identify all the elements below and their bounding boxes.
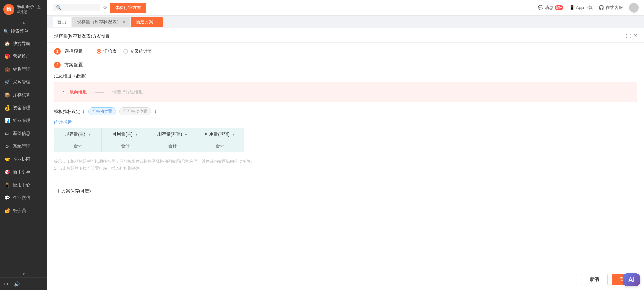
- sidebar-item-wechat[interactable]: 💬 企业微信: [0, 191, 47, 204]
- quick-nav-icon: 🏠: [4, 41, 10, 47]
- volume-icon[interactable]: 🔊: [14, 281, 20, 287]
- sidebar-search[interactable]: 🔍 搜索菜单: [0, 26, 47, 37]
- step1-section: 1 选择模板 汇总表 交叉统计表: [54, 48, 637, 55]
- stats-table-header: 现存量(主) ▼ 合计 可用量(主) ▼: [54, 128, 244, 152]
- indicator-setting-label: 模板指标设定（: [54, 108, 85, 115]
- sidebar-item-basic-info[interactable]: 🗂 基础信息: [0, 127, 47, 140]
- search-icon: 🔍: [56, 5, 61, 10]
- message-button[interactable]: 💬 消息 99+: [538, 5, 563, 11]
- sidebar-item-inventory[interactable]: 📦 库存核算: [0, 89, 47, 101]
- radio-summary[interactable]: 汇总表: [97, 48, 117, 54]
- cancel-button[interactable]: 取消: [581, 274, 608, 285]
- purchase-icon: 🛒: [4, 79, 10, 85]
- stats-col-3: 可用量(基辅) ▼ 合计: [196, 128, 244, 152]
- dimension-section-title: 汇总维度（必选）: [54, 73, 637, 79]
- sidebar-item-label: 资金管理: [13, 105, 30, 111]
- scroll-down-arrow[interactable]: ▼: [0, 271, 47, 277]
- save-checkbox[interactable]: [54, 189, 59, 193]
- stats-col-3-header[interactable]: 可用量(基辅) ▼: [196, 128, 244, 140]
- stats-col-3-label: 可用量(基辅): [205, 131, 230, 137]
- main-area: 🔍 ⚙ 体验行业方案 💬 消息 99+ 📱 App下载 🎧 在线客服: [47, 0, 644, 290]
- sidebar-item-app-center[interactable]: 📱 应用中心: [0, 178, 47, 191]
- stats-col-3-dropdown[interactable]: ▼: [232, 132, 235, 136]
- draggable-tag: 可拖动位置: [88, 107, 116, 115]
- sidebar-item-member[interactable]: 👑 畅会员: [0, 204, 47, 217]
- sidebar-item-label: 采购管理: [13, 79, 30, 85]
- sidebar-item-label: 营销推广: [13, 53, 30, 59]
- page-title: 现存量(库存状况表)方案设置: [54, 33, 110, 39]
- step1-num: 1: [54, 48, 61, 55]
- sidebar-logo: 畅 畅赢通好生意 标准版: [0, 0, 47, 19]
- radio-summary-circle: [97, 49, 101, 54]
- tab-new-scheme-label: 新建方案: [136, 19, 153, 25]
- sidebar-item-new-user[interactable]: 🎯 新手引导: [0, 166, 47, 178]
- page-close-icon[interactable]: ×: [634, 32, 637, 40]
- enterprise-icon: 🤝: [4, 156, 10, 162]
- user-avatar[interactable]: [629, 3, 639, 13]
- stats-col-1-dropdown[interactable]: ▼: [135, 132, 138, 136]
- template-radio-group: 汇总表 交叉统计表: [97, 48, 152, 54]
- stats-col-0-body: 合计: [54, 140, 101, 152]
- tab-home[interactable]: 首页: [53, 17, 71, 27]
- message-label: 消息: [545, 5, 553, 11]
- save-option-label: 方案保存(可选): [61, 188, 91, 194]
- tab-new-scheme-close[interactable]: ×: [155, 20, 157, 24]
- stats-col-0-header[interactable]: 现存量(主) ▼: [54, 128, 101, 140]
- sidebar-item-label: 畅会员: [13, 208, 26, 214]
- sidebar-item-finance[interactable]: 💰 资金管理: [0, 101, 47, 114]
- trial-industry-button[interactable]: 体验行业方案: [110, 3, 146, 13]
- sidebar-item-label: 系统管理: [13, 143, 30, 149]
- app-download-button[interactable]: 📱 App下载: [569, 5, 593, 11]
- app-download-label: App下载: [576, 5, 593, 11]
- non-draggable-tag: 不可拖动位置: [119, 107, 151, 115]
- tip-line-1: 提示： 1.拖动标题栏可以调整布局，不可跨维度或指标区域拖动列标题(只能在同一维…: [54, 159, 637, 164]
- app-name: 畅赢通好生意: [17, 4, 41, 10]
- sidebar-nav: 🏠 快捷导航 🎁 营销推广 💼 销售管理 🛒 采购管理 📦 库存核算 💰 资金管…: [0, 37, 47, 271]
- tab-inventory-status-close[interactable]: ×: [123, 20, 125, 24]
- step1-title: 选择模板: [64, 48, 83, 54]
- online-support-button[interactable]: 🎧 在线客服: [599, 5, 623, 11]
- sidebar-item-enterprise[interactable]: 🤝 企业协同: [0, 153, 47, 166]
- radio-cross-circle: [123, 49, 128, 54]
- stats-col-2-dropdown[interactable]: ▼: [184, 132, 188, 136]
- indicator-setting: 模板指标设定（ 可拖动位置 不可拖动位置 ）: [54, 107, 637, 115]
- topbar-search-input[interactable]: [64, 5, 97, 10]
- stats-col-1-header[interactable]: 可用量(主) ▼: [102, 128, 149, 140]
- radio-cross-label: 交叉统计表: [130, 48, 152, 54]
- stats-col-2-header[interactable]: 现存量(基辅) ▼: [149, 128, 196, 140]
- page-header: 现存量(库存状况表)方案设置 ⛶ ×: [47, 28, 644, 43]
- form-body: 1 选择模板 汇总表 交叉统计表: [47, 43, 644, 184]
- sidebar-item-label: 基础信息: [13, 130, 30, 137]
- scroll-up-arrow[interactable]: ▲: [0, 19, 47, 26]
- marketing-icon: 🎁: [4, 53, 10, 59]
- indicator-setting-suffix: ）: [154, 108, 159, 115]
- sidebar-item-marketing[interactable]: 🎁 营销推广: [0, 50, 47, 63]
- sidebar-item-quick-nav[interactable]: 🏠 快捷导航: [0, 37, 47, 50]
- sidebar: 畅 畅赢通好生意 标准版 ▲ 🔍 搜索菜单 🏠 快捷导航 🎁 营销推广 💼 销售…: [0, 0, 47, 290]
- dimension-placeholder[interactable]: 请选择分组维度: [112, 89, 143, 95]
- radio-cross[interactable]: 交叉统计表: [123, 48, 152, 54]
- expand-icon[interactable]: ⛶: [626, 33, 631, 39]
- tips-section: 提示： 1.拖动标题栏可以调整布局，不可跨维度或指标区域拖动列标题(只能在同一维…: [54, 159, 637, 171]
- settings-icon[interactable]: ⚙: [4, 281, 8, 287]
- online-support-label: 在线客服: [605, 5, 623, 11]
- stats-section: 统计指标 现存量(主) ▼ 合计: [54, 119, 637, 153]
- tab-inventory-status[interactable]: 现存量（库存状况表） ×: [72, 17, 130, 27]
- sidebar-search-label: 搜索菜单: [11, 28, 28, 34]
- message-badge: 99+: [555, 5, 563, 10]
- sidebar-item-label: 快捷导航: [13, 41, 30, 47]
- sidebar-item-operation[interactable]: 📊 经营管理: [0, 114, 47, 127]
- stats-col-3-body: 合计: [196, 140, 244, 152]
- ai-badge[interactable]: Ai: [623, 273, 640, 286]
- sidebar-item-system[interactable]: ⚙ 系统管理: [0, 140, 47, 153]
- dimension-box: * 纵向维度 —— 请选择分组维度: [54, 82, 637, 102]
- topbar-search-box[interactable]: 🔍: [53, 4, 100, 11]
- stats-col-0-dropdown[interactable]: ▼: [88, 132, 91, 136]
- sidebar-item-label: 销售管理: [13, 66, 30, 72]
- sidebar-item-sales[interactable]: 💼 销售管理: [0, 63, 47, 76]
- app-edition: 标准版: [17, 10, 41, 15]
- topbar-gear-icon[interactable]: ⚙: [103, 4, 107, 11]
- stats-table: 现存量(主) ▼ 合计 可用量(主) ▼: [54, 128, 244, 152]
- sidebar-item-purchase[interactable]: 🛒 采购管理: [0, 76, 47, 89]
- tab-new-scheme[interactable]: 新建方案 ×: [131, 17, 162, 27]
